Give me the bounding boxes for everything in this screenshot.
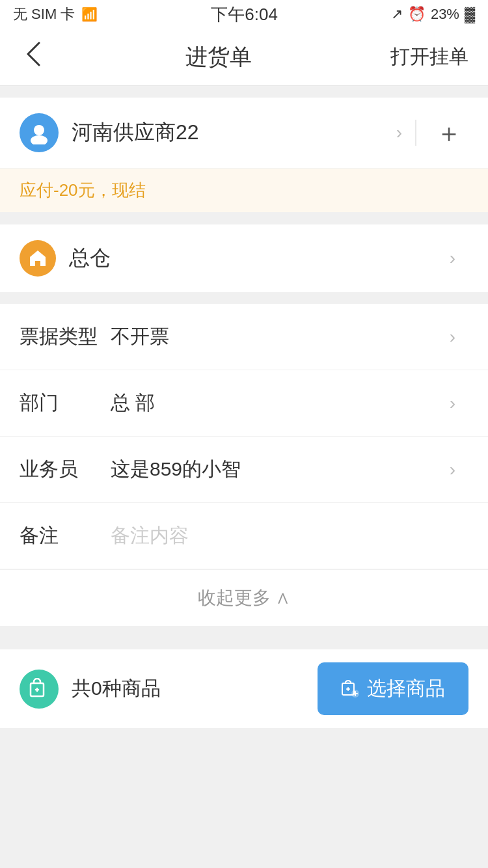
select-product-button[interactable]: 选择商品: [318, 662, 468, 715]
product-count: 共0种商品: [72, 675, 318, 702]
supplier-name: 河南供应商22: [72, 118, 396, 147]
location-icon: ↗: [391, 6, 403, 23]
department-row[interactable]: 部门 总 部 ›: [0, 370, 488, 437]
section-divider-3: [0, 626, 488, 638]
page-title: 进货单: [185, 42, 252, 72]
supplier-chevron-icon: ›: [396, 122, 402, 143]
status-time: 下午6:04: [211, 3, 278, 26]
salesperson-chevron-icon: ›: [450, 459, 455, 480]
warehouse-section: 总仓 ›: [0, 224, 488, 292]
department-chevron-icon: ›: [450, 393, 455, 414]
wifi-icon: 📶: [81, 7, 98, 22]
supplier-row[interactable]: 河南供应商22 › ＋: [0, 98, 488, 169]
status-carrier: 无 SIM 卡 📶: [13, 5, 98, 24]
notes-row[interactable]: 备注 备注内容: [0, 503, 488, 569]
warehouse-name: 总仓: [69, 244, 450, 273]
alarm-icon: ⏰: [408, 6, 426, 23]
department-value: 总 部: [111, 390, 450, 416]
select-product-label: 选择商品: [367, 675, 445, 702]
battery-icon: ▓: [465, 6, 475, 23]
notice-text: 应付-20元，现结: [20, 180, 146, 200]
supplier-avatar: [20, 113, 59, 152]
invoice-type-label: 票据类型: [20, 323, 98, 350]
svg-point-1: [31, 135, 47, 144]
open-pending-button[interactable]: 打开挂单: [390, 44, 468, 70]
status-bar: 无 SIM 卡 📶 下午6:04 ↗ ⏰ 23% ▓: [0, 0, 488, 29]
invoice-type-value: 不开票: [111, 323, 450, 350]
invoice-type-chevron-icon: ›: [450, 327, 455, 347]
nav-bar: 进货单 打开挂单: [0, 29, 488, 86]
carrier-text: 无 SIM 卡: [13, 5, 75, 24]
bottom-bar: 共0种商品 选择商品: [0, 649, 488, 728]
department-label: 部门: [20, 390, 98, 416]
supplier-divider: [415, 120, 416, 146]
notice-banner: 应付-20元，现结: [0, 169, 488, 212]
svg-point-0: [34, 125, 44, 135]
form-section: 票据类型 不开票 › 部门 总 部 › 业务员 这是859的小智 › 备注 备注…: [0, 304, 488, 626]
status-right: ↗ ⏰ 23% ▓: [391, 6, 475, 23]
salesperson-label: 业务员: [20, 456, 98, 483]
salesperson-value: 这是859的小智: [111, 456, 450, 483]
battery-text: 23%: [431, 6, 459, 23]
warehouse-chevron-icon: ›: [450, 248, 455, 269]
section-divider-1: [0, 86, 488, 98]
warehouse-row[interactable]: 总仓 ›: [0, 224, 488, 292]
notes-input[interactable]: 备注内容: [111, 522, 468, 549]
notes-label: 备注: [20, 522, 98, 549]
back-button[interactable]: [20, 35, 47, 79]
product-icon: [20, 670, 59, 709]
collapse-toggle[interactable]: 收起更多 ∧: [0, 569, 488, 626]
add-supplier-button[interactable]: ＋: [429, 115, 468, 151]
section-divider-2: [0, 212, 488, 224]
warehouse-icon: [20, 240, 56, 277]
supplier-section: 河南供应商22 › ＋ 应付-20元，现结: [0, 98, 488, 212]
select-product-icon: [341, 679, 360, 699]
invoice-type-row[interactable]: 票据类型 不开票 ›: [0, 304, 488, 370]
salesperson-row[interactable]: 业务员 这是859的小智 ›: [0, 437, 488, 503]
blank-area: [0, 728, 488, 868]
